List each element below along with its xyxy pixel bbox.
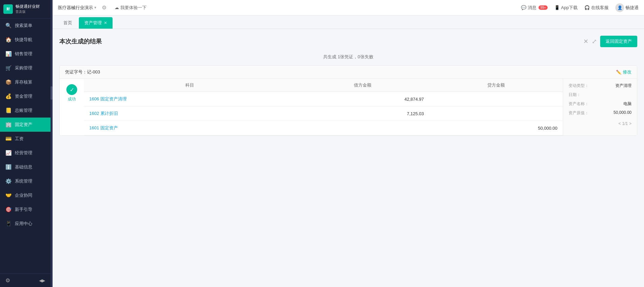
logo-text-area: 畅捷通好业财 普及版: [16, 4, 40, 14]
settings-footer-icon[interactable]: ⚙: [5, 277, 10, 284]
content: 本次生成的结果 ✕ ⤢ 返回固定资产 共生成 1张凭证，0张失败 凭证字号：记-…: [53, 29, 644, 287]
trial-label: 我要体验一下: [120, 5, 147, 11]
row3-credit: 50,000.00: [429, 121, 563, 135]
sidebar-item-inventory[interactable]: 📦 库存核算: [0, 75, 51, 89]
change-type-label: 变动类型：: [569, 83, 589, 89]
sidebar-item-funds[interactable]: 💰 资金管理: [0, 89, 51, 103]
page-header: 本次生成的结果 ✕ ⤢ 返回固定资产: [59, 36, 637, 47]
sidebar-item-fixed-assets[interactable]: 🏢 固定资产: [0, 118, 51, 132]
page-title: 本次生成的结果: [59, 37, 102, 45]
sidebar-item-sales[interactable]: 📊 销售管理: [0, 47, 51, 61]
logo-icon: 财: [3, 4, 13, 14]
success-label: 成功: [68, 96, 76, 102]
tabbar: 首页 资产管理 ✕: [53, 15, 644, 29]
user-area[interactable]: 👤 畅捷通: [615, 3, 639, 12]
row2-credit: [429, 106, 563, 121]
sidebar-header: 财 畅捷通好业财 普及版: [0, 0, 51, 19]
tab-asset-mgmt-label: 资产管理: [84, 20, 102, 26]
support-icon: 🎧: [584, 5, 590, 10]
message-label: 消息: [528, 5, 536, 11]
topbar-company[interactable]: 医疗器械行业演示 ▾: [58, 5, 96, 11]
info-icon: ℹ️: [5, 164, 11, 170]
row3-debit: [296, 121, 429, 135]
expand-panel-button[interactable]: ⤢: [592, 38, 597, 45]
side-change-type-row: 变动类型： 资产清理: [569, 83, 632, 89]
sidebar-item-purchase[interactable]: 🛒 采购管理: [0, 61, 51, 75]
trending-icon: 📈: [5, 150, 11, 156]
sidebar-item-search[interactable]: 🔍 搜索菜单: [0, 19, 51, 33]
asset-name-label: 资产名称：: [569, 101, 589, 107]
sidebar-item-label: 工资: [15, 136, 24, 142]
voucher-table-area: 科目 借方金额 贷方金额 1606 固定资产清理 42,874.97: [84, 79, 563, 135]
sidebar-item-app-center[interactable]: 📱 应用中心: [0, 217, 51, 231]
sidebar-item-ledger[interactable]: 📒 总账管理: [0, 103, 51, 118]
pagination-next-button[interactable]: >: [629, 121, 632, 126]
message-button[interactable]: 💬 消息 99+: [521, 5, 547, 11]
sidebar-item-system[interactable]: ⚙️ 系统管理: [0, 174, 51, 188]
voucher-body: ✓ 成功 科目 借方金额 贷方金额: [60, 79, 637, 135]
voucher-no: 凭证字号：记-003: [65, 69, 100, 75]
tab-asset-mgmt[interactable]: 资产管理 ✕: [79, 17, 113, 29]
company-name: 医疗器械行业演示: [58, 5, 93, 11]
col-subject: 科目: [84, 79, 296, 92]
col-debit: 借方金额: [296, 79, 429, 92]
sidebar-scrollbar[interactable]: [51, 0, 53, 287]
sidebar-scrollbar-thumb: [51, 86, 53, 100]
app-download-label: App下载: [561, 5, 578, 11]
app-download-button[interactable]: 📱 App下载: [554, 5, 578, 11]
logo-sub: 普及版: [16, 9, 40, 14]
search-icon: 🔍: [5, 23, 11, 29]
voucher-side: 变动类型： 资产清理 日期： 资产名称： 电脑 资产原值：: [563, 79, 637, 135]
topbar-trial[interactable]: ☁ 我要体验一下: [115, 5, 147, 11]
table-row: 1601 固定资产 50,000.00: [84, 121, 563, 135]
tab-close-icon[interactable]: ✕: [104, 21, 107, 25]
edit-icon: ✏️: [616, 70, 621, 75]
sidebar-item-quick-nav[interactable]: 🏠 快捷导航: [0, 33, 51, 47]
topbar-settings-icon[interactable]: ⚙: [102, 4, 106, 11]
money-icon: 💰: [5, 93, 11, 99]
sidebar-item-label: 新手引导: [15, 206, 32, 213]
row2-debit: 7,125.03: [296, 106, 429, 121]
support-button[interactable]: 🎧 在线客服: [584, 5, 609, 11]
topbar: 医疗器械行业演示 ▾ ⚙ ☁ 我要体验一下 💬 消息 99+ 📱 App下载 🎧…: [53, 0, 644, 15]
collapse-icon[interactable]: ◀▶: [39, 278, 45, 283]
sidebar-item-label: 基础信息: [15, 164, 32, 170]
sidebar-item-basic-info[interactable]: ℹ️ 基础信息: [0, 160, 51, 174]
pagination-prev-button[interactable]: <: [618, 121, 621, 126]
voucher-table: 科目 借方金额 贷方金额 1606 固定资产清理 42,874.97: [84, 79, 563, 135]
sidebar-item-label: 快捷导航: [15, 37, 32, 43]
sidebar-item-label: 资金管理: [15, 93, 32, 99]
gear-icon: ⚙️: [5, 178, 11, 184]
edit-button[interactable]: ✏️ 修改: [616, 69, 632, 75]
summary-line: 共生成 1张凭证，0张失败: [59, 54, 637, 60]
topbar-left: 医疗器械行业演示 ▾ ⚙ ☁ 我要体验一下: [58, 4, 147, 11]
close-panel-button[interactable]: ✕: [583, 38, 588, 45]
edit-label: 修改: [623, 69, 632, 75]
table-row: 1602 累计折旧 7,125.03: [84, 106, 563, 121]
home-icon: 🏠: [5, 37, 11, 43]
side-original-value-row: 资产原值： 50,000.00: [569, 110, 632, 116]
tab-home[interactable]: 首页: [58, 17, 78, 29]
sidebar-item-payroll[interactable]: 💳 工资: [0, 132, 51, 146]
side-date-row: 日期：: [569, 92, 632, 98]
sidebar-item-label: 采购管理: [15, 65, 32, 71]
sidebar: 财 畅捷通好业财 普及版 🔍 搜索菜单 🏠 快捷导航 📊 销售管理 🛒 采购管理…: [0, 0, 51, 287]
row3-subject: 1601 固定资产: [84, 121, 296, 135]
sidebar-item-operations[interactable]: 📈 经营管理: [0, 146, 51, 160]
return-button[interactable]: 返回固定资产: [600, 36, 637, 47]
sidebar-item-enterprise[interactable]: 🤝 企业协同: [0, 188, 51, 202]
original-value-value: 50,000.00: [614, 110, 632, 116]
handshake-icon: 🤝: [5, 192, 11, 198]
content-wrapper: 本次生成的结果 ✕ ⤢ 返回固定资产 共生成 1张凭证，0张失败 凭证字号：记-…: [59, 36, 637, 136]
row2-subject: 1602 累计折旧: [84, 106, 296, 121]
sidebar-item-label: 系统管理: [15, 178, 32, 184]
row1-debit: 42,874.97: [296, 92, 429, 106]
message-badge: 99+: [539, 5, 547, 10]
chevron-down-icon: ▾: [94, 5, 96, 10]
sidebar-item-label: 经营管理: [15, 150, 32, 156]
box-icon: 📦: [5, 79, 11, 85]
app-icon: 📱: [5, 221, 11, 227]
chart-icon: 📊: [5, 51, 11, 57]
sidebar-item-guide[interactable]: 🎯 新手引导: [0, 202, 51, 217]
book-icon: 📒: [5, 107, 11, 114]
